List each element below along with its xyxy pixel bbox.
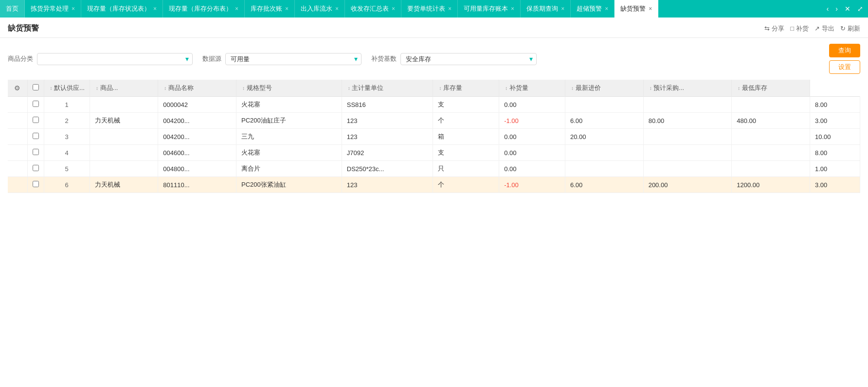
sort-icon: ↕ [738, 86, 740, 91]
nav-prev-button[interactable]: ‹ [824, 4, 832, 14]
nav-tab-close-expiry[interactable]: × [561, 5, 564, 12]
row-cell-spec: 123 [342, 113, 433, 129]
nav-tab-inventory-status[interactable]: 现存量（库存状况表）× [81, 0, 163, 18]
row-gear-cell [8, 113, 27, 129]
row-cell-min_stock: 1.00 [810, 161, 860, 177]
sort-icon: ↕ [650, 86, 652, 91]
filter-actions: 查询 设置 [829, 44, 860, 74]
row-cell-spec: 123 [342, 177, 433, 193]
row-checkbox[interactable] [33, 181, 39, 187]
nav-tab-close-shortage[interactable]: × [649, 5, 652, 12]
nav-tab-close-inventory-status[interactable]: × [153, 5, 157, 12]
row-cell-stock: -1.00 [499, 113, 565, 129]
sort-icon: ↕ [242, 86, 245, 91]
nav-tab-label-home: 首页 [6, 4, 18, 13]
row-gear-cell [8, 129, 27, 145]
sort-icon: ↕ [96, 86, 98, 91]
row-cell-spec: J7092 [342, 145, 433, 161]
nav-tab-label-expiry: 保质期查询 [526, 4, 558, 13]
row-cell-spec: DS250*23c... [342, 161, 433, 177]
replenish-base-label: 补货基数 [371, 54, 397, 63]
export-button[interactable]: ↗ 导出 [814, 24, 834, 33]
row-cell-product_code: 004800... [158, 161, 236, 177]
nav-tab-collect[interactable]: 收发存汇总表× [345, 0, 401, 18]
nav-tab-label-collect: 收发存汇总表 [351, 4, 389, 13]
query-button[interactable]: 查询 [829, 44, 860, 57]
row-cell-supplier: 力天机械 [90, 177, 158, 193]
nav-tab-inventory-dist[interactable]: 现存量（库存分布表）× [163, 0, 245, 18]
refresh-button[interactable]: ↻ 刷新 [840, 24, 860, 33]
nav-tab-close-order-stat[interactable]: × [448, 5, 452, 12]
nav-tab-expiry[interactable]: 保质期查询× [521, 0, 571, 18]
nav-tab-overstock[interactable]: 超储预警× [571, 0, 615, 18]
table-row: 2力天机械004200...PC200油缸庄子123个-1.006.0080.0… [8, 113, 860, 129]
row-cell-est_purchase [732, 129, 810, 145]
row-cell-stock: -1.00 [499, 177, 565, 193]
row-cell-replenish [565, 97, 643, 113]
nav-tab-close-flow[interactable]: × [335, 5, 339, 12]
export-icon: ↗ [814, 25, 820, 32]
row-cell-replenish: 6.00 [565, 177, 643, 193]
nav-tab-batch[interactable]: 库存批次账× [245, 0, 295, 18]
row-cell-stock: 0.00 [499, 97, 565, 113]
select-all-checkbox[interactable] [33, 84, 39, 90]
row-checkbox[interactable] [33, 133, 39, 139]
page-header: 缺货预警 ⇆ 分享 □ 补货 ↗ 导出 ↻ 刷新 [0, 18, 868, 38]
nav-tab-close-collect[interactable]: × [392, 5, 395, 12]
row-cell-unit: 支 [433, 97, 499, 113]
row-cell-product_name: 离合片 [236, 161, 342, 177]
nav-tab-label-exception: 拣货异常处理 [31, 4, 69, 13]
row-checkbox[interactable] [33, 101, 39, 107]
nav-tab-exception[interactable]: 拣货异常处理× [25, 0, 81, 18]
row-cell-latest_price: 80.00 [643, 113, 732, 129]
gear-icon[interactable]: ⚙ [14, 84, 20, 92]
refresh-icon: ↻ [840, 25, 846, 32]
page-title: 缺货预警 [8, 23, 39, 34]
data-table: ⚙ ↕ 默认供应... ↕ 商品... ↕ 商品名称 [8, 80, 860, 193]
row-checkbox[interactable] [33, 149, 39, 155]
category-select[interactable] [37, 53, 193, 65]
datasource-select[interactable]: 可用量 [225, 53, 362, 65]
row-checkbox[interactable] [33, 117, 39, 123]
row-cell-product_code: 801110... [158, 177, 236, 193]
nav-tab-close-inventory-dist[interactable]: × [235, 5, 238, 12]
row-cell-supplier [90, 145, 158, 161]
row-cell-est_purchase [732, 145, 810, 161]
row-cell-min_stock: 8.00 [810, 145, 860, 161]
replenish-icon: □ [790, 25, 794, 32]
sort-icon: ↕ [571, 86, 574, 91]
nav-next-button[interactable]: › [832, 4, 841, 14]
nav-tab-close-exception[interactable]: × [72, 5, 75, 12]
col-product-code-header: ↕ 商品... [90, 80, 158, 97]
sort-icon: ↕ [348, 86, 350, 91]
replenish-button[interactable]: □ 补货 [790, 24, 809, 33]
row-cell-latest_price [643, 161, 732, 177]
share-button[interactable]: ⇆ 分享 [764, 24, 784, 33]
nav-tab-available[interactable]: 可用量库存账本× [458, 0, 521, 18]
nav-close-button[interactable]: ✕ [842, 4, 853, 14]
row-cell-spec: 123 [342, 129, 433, 145]
nav-tab-flow[interactable]: 出入库流水× [295, 0, 345, 18]
nav-tab-close-batch[interactable]: × [285, 5, 289, 12]
header-actions: ⇆ 分享 □ 补货 ↗ 导出 ↻ 刷新 [764, 24, 860, 33]
main-content: 缺货预警 ⇆ 分享 □ 补货 ↗ 导出 ↻ 刷新 商品分类 [0, 18, 868, 387]
row-cell-est_purchase: 1200.00 [732, 177, 810, 193]
table-row: 10000042火花塞SS816支0.008.00 [8, 97, 860, 113]
settings-button[interactable]: 设置 [829, 60, 860, 74]
nav-tab-home[interactable]: 首页 [0, 0, 25, 18]
nav-tab-label-shortage: 缺货预警 [620, 4, 646, 13]
nav-tab-order-stat[interactable]: 要货单统计表× [401, 0, 458, 18]
row-cell-est_purchase: 480.00 [732, 113, 810, 129]
replenish-base-select[interactable]: 安全库存 [400, 53, 537, 65]
nav-expand-button[interactable]: ⤢ [854, 4, 866, 14]
category-select-wrapper [37, 53, 193, 65]
nav-tab-close-available[interactable]: × [511, 5, 514, 12]
nav-arrows: ‹ › ✕ ⤢ [822, 4, 868, 14]
row-cell-replenish: 6.00 [565, 113, 643, 129]
col-unit-header: ↕ 主计量单位 [342, 80, 433, 97]
table-row: 5004800...离合片DS250*23c...只0.001.00 [8, 161, 860, 177]
nav-tab-shortage[interactable]: 缺货预警× [615, 0, 658, 18]
share-icon: ⇆ [764, 25, 770, 32]
nav-tab-close-overstock[interactable]: × [605, 5, 608, 12]
row-checkbox[interactable] [33, 165, 39, 171]
